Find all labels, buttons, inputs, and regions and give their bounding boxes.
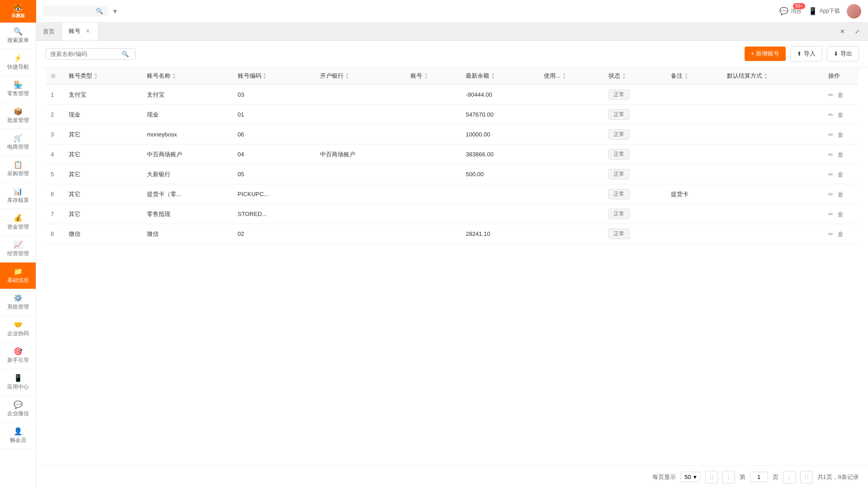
col-code[interactable]: 账号编码▲▼ (232, 67, 315, 85)
sidebar-item-finance[interactable]: 💰资金管理 (0, 209, 36, 236)
sidebar-item-wholesale[interactable]: 📦批发管理 (0, 103, 36, 129)
cell-type: 其它 (63, 164, 142, 184)
sidebar-item-retail[interactable]: 🏪零售管理 (0, 76, 36, 103)
cell-account (405, 204, 460, 224)
per-page-value: 50 (684, 474, 691, 480)
delete-icon[interactable]: 🗑 (837, 151, 844, 158)
tab-expand[interactable]: ⤢ (851, 25, 863, 38)
import-button[interactable]: ⬆ 导入 (790, 46, 822, 61)
col-settlement[interactable]: 默认结算方式▲▼ (722, 67, 823, 85)
cell-account (405, 105, 460, 125)
col-type[interactable]: 账号类型▲▼ (63, 67, 142, 85)
sidebar-item-shortcut[interactable]: ⚡快捷导航 (0, 49, 36, 76)
add-account-label: + 新增账号 (751, 50, 779, 58)
sidebar-label-wechat: 企业微信 (7, 410, 29, 417)
cell-status: 正常 (603, 145, 665, 164)
account-search-icon: 🔍 (122, 51, 129, 57)
first-page-btn[interactable]: ⟨⟨ (705, 471, 718, 483)
cell-status: 正常 (603, 105, 665, 125)
cell-action: ✏ 🗑 (823, 164, 859, 184)
sidebar-item-inventory[interactable]: 📊库存核算 (0, 183, 36, 209)
account-search-input[interactable] (50, 51, 118, 57)
sidebar-item-ecommerce[interactable]: 🛒电商管理 (0, 129, 36, 156)
message-button[interactable]: 💬 消息 99+ (779, 7, 802, 15)
tabbar: 首页 账号 ✕ ✕ ⤢ (36, 23, 868, 41)
edit-icon[interactable]: ✏ (828, 211, 834, 218)
topbar-search-input[interactable] (48, 8, 94, 14)
next-page-btn[interactable]: ⟩ (783, 471, 796, 483)
action-icons: ✏ 🗑 (828, 171, 854, 178)
action-icons: ✏ 🗑 (828, 230, 854, 238)
page-suffix: 页 (773, 473, 778, 481)
last-page-btn[interactable]: ⟩⟩ (800, 471, 813, 483)
col-account[interactable]: 账号▲▼ (405, 67, 460, 85)
cell-balance: 28241.10 (460, 224, 538, 244)
action-icons: ✏ 🗑 (828, 211, 854, 218)
delete-icon[interactable]: 🗑 (837, 230, 844, 238)
tab-account-close[interactable]: ✕ (84, 28, 91, 35)
topbar-dropdown-icon[interactable]: ▾ (113, 6, 117, 16)
topbar-search-box[interactable]: 🔍 (43, 6, 108, 16)
sidebar-item-wechat[interactable]: 💬企业微信 (0, 396, 36, 422)
sidebar-label-agreement: 企业协同 (7, 330, 29, 337)
cell-name: 微信 (142, 224, 232, 244)
cell-settlement (722, 85, 823, 105)
sidebar-item-basic[interactable]: 📁基础信息 (0, 263, 36, 289)
current-page-input[interactable] (750, 472, 768, 482)
sidebar-item-app_center[interactable]: 📱应用中心 (0, 369, 36, 396)
cell-code: PICKUPC... (232, 184, 315, 204)
add-account-button[interactable]: + 新增账号 (745, 47, 786, 61)
edit-icon[interactable]: ✏ (828, 151, 834, 158)
delete-icon[interactable]: 🗑 (837, 191, 844, 198)
sidebar-item-member[interactable]: 👤畅会员 (0, 422, 36, 449)
delete-icon[interactable]: 🗑 (837, 91, 844, 99)
col-usage[interactable]: 使用...▲▼ (538, 67, 603, 85)
tab-home[interactable]: 首页 (36, 23, 62, 40)
export-button[interactable]: ⬇ 导出 (827, 46, 859, 61)
cell-action: ✏ 🗑 (823, 184, 859, 204)
cell-remark (665, 85, 722, 105)
sidebar-item-operation[interactable]: 📈经营管理 (0, 236, 36, 263)
col-name[interactable]: 账号名称▲▼ (142, 67, 232, 85)
delete-icon[interactable]: 🗑 (837, 111, 844, 118)
col-gear[interactable]: ⚙ (45, 67, 63, 85)
sidebar-item-guide[interactable]: 🎯新手引导 (0, 343, 36, 369)
sidebar-item-purchase[interactable]: 📋采购管理 (0, 156, 36, 183)
per-page-select[interactable]: 50 ▾ (680, 472, 700, 482)
delete-icon[interactable]: 🗑 (837, 171, 844, 178)
app-download-button[interactable]: 📱 App下载 (808, 7, 840, 15)
user-avatar[interactable] (847, 4, 861, 19)
cell-balance: 500.00 (460, 164, 538, 184)
edit-icon[interactable]: ✏ (828, 131, 834, 138)
edit-icon[interactable]: ✏ (828, 111, 834, 118)
cell-action: ✏ 🗑 (823, 85, 859, 105)
total-info: 共1页，8条记录 (817, 473, 859, 481)
gear-icon[interactable]: ⚙ (51, 73, 56, 80)
cell-balance (460, 204, 538, 224)
edit-icon[interactable]: ✏ (828, 191, 834, 198)
col-balance[interactable]: 最新余额▲▼ (460, 67, 538, 85)
sidebar-item-search[interactable]: 🔍搜索菜单 (0, 23, 36, 49)
account-search-box[interactable]: 🔍 (45, 48, 136, 60)
sidebar-item-agreement[interactable]: 🤝企业协同 (0, 316, 36, 343)
col-bank[interactable]: 开户银行▲▼ (315, 67, 406, 85)
edit-icon[interactable]: ✏ (828, 91, 834, 99)
tab-account[interactable]: 账号 ✕ (62, 23, 99, 40)
sidebar-label-finance: 资金管理 (7, 224, 29, 230)
cell-balance: -90444.00 (460, 85, 538, 105)
prev-page-btn[interactable]: ⟨ (722, 471, 735, 483)
cell-status: 正常 (603, 125, 665, 145)
cell-settlement (722, 105, 823, 125)
sidebar-icon-wechat: 💬 (2, 400, 33, 409)
delete-icon[interactable]: 🗑 (837, 131, 844, 138)
delete-icon[interactable]: 🗑 (837, 211, 844, 218)
edit-icon[interactable]: ✏ (828, 230, 834, 238)
cell-num: 4 (45, 145, 63, 164)
tab-close-all[interactable]: ✕ (836, 25, 849, 38)
col-status[interactable]: 状态▲▼ (603, 67, 665, 85)
edit-icon[interactable]: ✏ (828, 171, 834, 178)
sidebar-item-system[interactable]: ⚙️系统管理 (0, 289, 36, 316)
col-remark[interactable]: 备注▲▼ (665, 67, 722, 85)
message-icon: 💬 (779, 7, 788, 15)
pagination: 每页显示 50 ▾ ⟨⟨ ⟨ 第 页 ⟩ ⟩⟩ 共1页，8条记录 (36, 465, 868, 488)
